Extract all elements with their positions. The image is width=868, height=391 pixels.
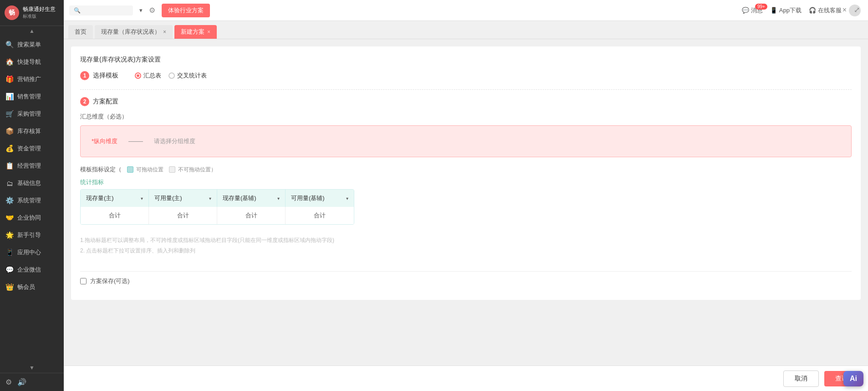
sidebar-item-newbie[interactable]: 🌟 新手引导 [0,226,64,244]
sidebar-item-corp[interactable]: 🤝 企业协同 [0,209,64,226]
sidebar-item-finance[interactable]: 💰 资金管理 [0,140,64,157]
dimension-label: 汇总维度（必选） [80,113,852,121]
indicator-table: 现存量(主) ▾ 可用量(主) ▾ 现存量(基辅) ▾ [80,189,354,225]
dimension-pink-box[interactable]: *纵向维度 —— 请选择分组维度 [80,125,852,157]
step1-header: 1 选择模板 汇总表 交叉统计表 [80,71,852,80]
sidebar-item-system[interactable]: ⚙️ 系统管理 [0,192,64,209]
col-body-2: 合计 [217,207,286,224]
draggable-box [127,166,133,173]
gear-icon[interactable]: ⚙ [147,6,157,15]
sidebar-item-wechat[interactable]: 💬 企业微信 [0,261,64,278]
sidebar-item-label: 资金管理 [17,144,41,153]
save-checkbox[interactable] [80,278,87,284]
tabbar: 首页 现存量（库存状况表） × 新建方案 × × ⤢ [64,21,868,39]
sidebar-item-label: 应用中心 [17,248,41,257]
step1-num: 1 [80,71,89,80]
arrow: —— [128,137,143,145]
sidebar-item-label: 基础信息 [17,179,41,187]
close-icon[interactable]: × [839,4,850,16]
sidebar-footer: ⚙ 🔊 [0,373,64,391]
topbar: 🔍 ▾ ⚙ 体验行业方案 💬 消息 99+ 📱 App下载 🎧 在线客服 [64,0,868,21]
handshake-icon: 🤝 [5,214,14,222]
phone2-icon: 📱 [770,7,777,14]
sidebar-item-purchase[interactable]: 🛒 采购管理 [0,105,64,123]
cart-icon: 🛒 [5,110,14,118]
sidebar-item-label: 销售管理 [17,93,41,101]
phone-icon: 📱 [5,248,14,257]
sidebar-item-appstore[interactable]: 📱 应用中心 [0,244,64,261]
tab-inventory-status[interactable]: 现存量（库存状况表） × [95,25,173,39]
settings-icon[interactable]: ⚙ [5,378,12,386]
sidebar-item-inventory[interactable]: 📦 库存核算 [0,123,64,140]
chevron-col1[interactable]: ▾ [209,196,211,201]
legend-draggable: 可拖动位置 [127,166,163,174]
star-icon: 🌟 [5,231,14,239]
col-body-1: 合计 [149,207,217,224]
chevron-down-icon: ▾ [139,7,143,14]
window-controls: × ⤢ [834,0,868,20]
crown-icon: 👑 [5,283,14,291]
message-icon: 💬 [742,7,749,14]
radio-cross[interactable]: 交叉统计表 [168,72,207,80]
indicator-label: 模板指标设定（ [80,165,122,174]
tab-home[interactable]: 首页 [68,25,93,39]
cancel-button[interactable]: 取消 [783,370,819,387]
sidebar-nav: 🔍 搜索菜单 🏠 快捷导航 🎁 营销推广 📊 销售管理 🛒 采购管理 📦 库存核… [0,36,64,363]
tip-2: 2. 点击标题栏下拉可设置排序、插入列和删除列 [80,247,852,255]
sidebar-item-search[interactable]: 🔍 搜索菜单 [0,36,64,53]
sidebar-scroll-up[interactable]: ▲ [0,26,64,36]
col-header-1[interactable]: 可用量(主) ▾ [149,190,217,207]
sidebar-item-base[interactable]: 🗂 基础信息 [0,175,64,192]
audio-icon[interactable]: 🔊 [17,378,26,386]
tips-section: 1.拖动标题栏可以调整布局，不可跨维度或指标区域拖动栏目字段(只能在同一维度或指… [80,232,852,262]
sidebar-scroll-down[interactable]: ▼ [0,363,64,373]
sidebar-item-label: 快捷导航 [17,58,41,66]
tip-1: 1.拖动标题栏可以调整布局，不可跨维度或指标区域拖动栏目字段(只能在同一维度或指… [80,237,852,244]
ai-float-button[interactable]: Ai [843,371,863,386]
tab-close-icon2[interactable]: × [207,29,210,35]
tab-close-icon[interactable]: × [163,29,166,35]
chevron-col3[interactable]: ▾ [346,196,348,201]
sidebar-item-label: 系统管理 [17,196,41,205]
messages-button[interactable]: 💬 消息 99+ [742,6,763,15]
topbar-dropdown[interactable]: ▾ [138,7,143,14]
app-download-button[interactable]: 📱 App下载 [770,6,802,15]
sidebar-logo: 畅 畅康通好生意 标准版 [0,0,64,26]
legend-nondrag: 不可拖动位置） [169,166,216,174]
indicator-section: 模板指标设定（ 可拖动位置 不可拖动位置） 统计指标 [80,165,852,225]
save-section: 方案保存(可选) [80,271,852,291]
tab-label: 新建方案 [181,28,204,36]
col-header-2[interactable]: 现存量(基辅) ▾ [217,190,286,207]
chevron-col0[interactable]: ▾ [141,196,143,201]
box-icon: 📦 [5,127,14,135]
trial-button[interactable]: 体验行业方案 [162,4,210,17]
save-label: 方案保存(可选) [90,277,130,285]
expand-icon[interactable]: ⤢ [850,4,863,16]
page-title: 现存量(库存状况表)方案设置 [80,56,852,64]
sidebar-item-operations[interactable]: 📋 经营管理 [0,157,64,175]
step2-header: 2 方案配置 [80,97,852,106]
stats-label: 统计指标 [80,178,852,186]
chevron-col2[interactable]: ▾ [277,196,280,201]
step1-block: 1 选择模板 汇总表 交叉统计表 [80,71,852,80]
dimension-section: 汇总维度（必选） *纵向维度 —— 请选择分组维度 [80,113,852,157]
sidebar-item-sales[interactable]: 📊 销售管理 [0,88,64,105]
step2-num: 2 [80,97,89,106]
col-header-0[interactable]: 现存量(主) ▾ [81,190,149,207]
topbar-search[interactable]: 🔍 [69,5,133,15]
radio-dot-cross [168,72,175,79]
tab-new-plan[interactable]: 新建方案 × [174,25,217,39]
folder-icon: 🗂 [5,179,14,187]
sidebar-item-quicknav[interactable]: 🏠 快捷导航 [0,53,64,71]
content-area: 现存量(库存状况表)方案设置 1 选择模板 汇总表 交叉统计表 [64,39,868,365]
sidebar-item-member[interactable]: 👑 畅会员 [0,278,64,296]
gift-icon: 🎁 [5,75,14,83]
home-icon: 🏠 [5,58,14,66]
sidebar-item-label: 新手引导 [17,231,41,239]
sidebar-item-marketing[interactable]: 🎁 营销推广 [0,71,64,88]
radio-summary[interactable]: 汇总表 [135,72,161,80]
indicator-header: 模板指标设定（ 可拖动位置 不可拖动位置） [80,165,852,174]
col-header-3[interactable]: 可用量(基辅) ▾ [286,190,354,207]
bottom-bar: 取消 查询 [64,365,868,391]
indicator-table-header: 现存量(主) ▾ 可用量(主) ▾ 现存量(基辅) ▾ [81,190,354,207]
